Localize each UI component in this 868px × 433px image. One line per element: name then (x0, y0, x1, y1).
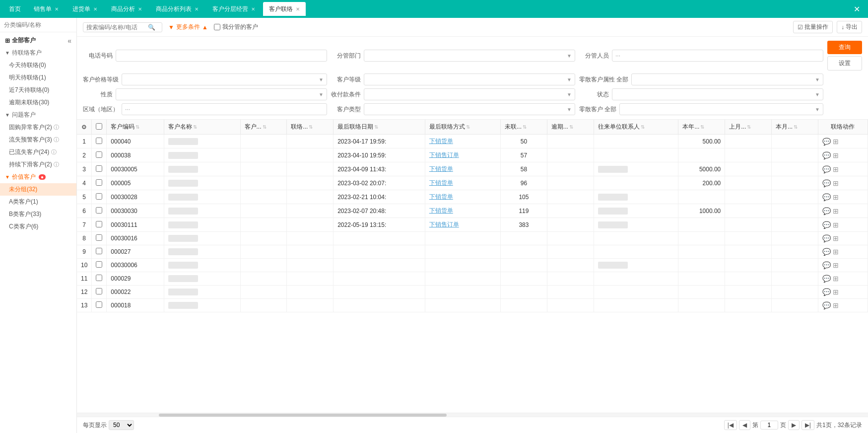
row-checkbox[interactable] (92, 286, 107, 299)
col-contact[interactable]: 联络...⇅ (287, 120, 334, 135)
sidebar-section-value[interactable]: ▼ 价值客户 ● (0, 171, 76, 183)
grid-action-icon[interactable]: ⊞ (833, 261, 839, 269)
row-checkbox[interactable] (92, 135, 107, 148)
horizontal-scrollbar[interactable] (77, 413, 868, 417)
col-name[interactable]: 客户名称⇅ (164, 120, 240, 135)
export-button[interactable]: ↓ 导出 (837, 21, 862, 33)
next-page-button[interactable]: ▶ (788, 420, 800, 430)
select-dept[interactable]: ▼ (364, 50, 575, 62)
message-icon[interactable]: 💬 (822, 151, 831, 159)
first-page-button[interactable]: |◀ (724, 420, 737, 430)
col-type[interactable]: 客户...⇅ (240, 120, 287, 135)
close-product-analysis-list-tab[interactable]: ✕ (195, 6, 199, 12)
message-icon[interactable]: 💬 (822, 179, 831, 187)
close-customer-segment-tab[interactable]: ✕ (251, 6, 255, 12)
sidebar-item-overdue[interactable]: 逾期未联络(30) (0, 96, 76, 109)
query-button[interactable]: 查询 (827, 41, 862, 54)
close-purchase-tab[interactable]: ✕ (93, 6, 97, 12)
close-customer-contact-tab[interactable]: ✕ (296, 6, 300, 12)
row-checkbox[interactable] (92, 232, 107, 245)
input-region[interactable]: ··· (122, 103, 327, 115)
message-icon[interactable]: 💬 (822, 221, 831, 229)
reset-button[interactable]: 设置 (827, 56, 862, 71)
row-checkbox[interactable] (92, 176, 107, 190)
col-check[interactable] (92, 120, 107, 135)
sidebar-section-pending[interactable]: ▼ 待联络客户 (0, 47, 76, 59)
grid-action-icon[interactable]: ⊞ (833, 151, 839, 159)
row-checkbox[interactable] (92, 272, 107, 286)
select-status[interactable]: ▼ (612, 88, 823, 100)
message-icon[interactable]: 💬 (822, 193, 831, 201)
col-code[interactable]: 客户编码⇅ (107, 120, 164, 135)
settings-icon[interactable]: ⚙ (81, 124, 87, 131)
grid-action-icon[interactable]: ⊞ (833, 301, 839, 309)
sidebar-item-c-class[interactable]: C类客户(6) (0, 220, 76, 233)
row-checkbox[interactable] (92, 259, 107, 272)
filter-search-input[interactable] (86, 24, 146, 31)
col-company-contact[interactable]: 往来单位联系人⇅ (594, 120, 678, 135)
select-customer-level[interactable]: ▼ (364, 73, 575, 85)
filter-search-icon[interactable]: 🔍 (148, 24, 155, 31)
message-icon[interactable]: 💬 (822, 301, 831, 309)
sidebar-item-tomorrow[interactable]: 明天待联络(1) (0, 72, 76, 84)
message-icon[interactable]: 💬 (822, 138, 831, 145)
grid-action-icon[interactable]: ⊞ (833, 221, 839, 229)
tab-purchase[interactable]: 进货单 ✕ (67, 2, 103, 16)
all-customers-label[interactable]: 全部客户 (12, 36, 36, 45)
grid-action-icon[interactable]: ⊞ (833, 165, 839, 173)
input-phone[interactable] (116, 50, 327, 62)
col-this-month[interactable]: 本月...⇅ (772, 120, 818, 135)
row-checkbox[interactable] (92, 218, 107, 232)
sidebar-collapse-button[interactable]: « (67, 37, 71, 45)
message-icon[interactable]: 💬 (822, 288, 831, 296)
per-page-select[interactable]: 50 100 200 (109, 420, 134, 430)
close-product-analysis-tab[interactable]: ✕ (138, 6, 142, 12)
sidebar-item-b-class[interactable]: B类客户(33) (0, 208, 76, 220)
select-nature[interactable]: ▼ (116, 88, 327, 100)
sidebar-item-7days[interactable]: 近7天待联络(0) (0, 84, 76, 96)
message-icon[interactable]: 💬 (822, 248, 831, 256)
sidebar-item-a-class[interactable]: A类客户(1) (0, 196, 76, 208)
tab-customer-segment[interactable]: 客户分层经营 ✕ (206, 2, 261, 16)
filter-search-box[interactable]: 🔍 (83, 22, 162, 32)
select-price-level[interactable]: ▼ (122, 73, 327, 85)
sidebar-item-today[interactable]: 今天待联络(0) (0, 59, 76, 72)
col-this-year[interactable]: 本年...⇅ (678, 120, 725, 135)
grid-action-icon[interactable]: ⊞ (833, 193, 839, 201)
col-last-month[interactable]: 上月...⇅ (725, 120, 772, 135)
sidebar-section-problem[interactable]: ▼ 问题客户 (0, 109, 76, 121)
col-overdue[interactable]: 逾期...⇅ (547, 120, 594, 135)
select-customer-type[interactable]: ▼ (364, 103, 575, 115)
select-all-checkbox[interactable] (96, 123, 102, 130)
sidebar-search-input[interactable] (4, 21, 77, 28)
tab-sales[interactable]: 销售单 ✕ (28, 2, 65, 16)
grid-action-icon[interactable]: ⊞ (833, 207, 839, 215)
batch-ops-button[interactable]: ☑ 批量操作 (793, 21, 833, 33)
tab-product-analysis[interactable]: 商品分析 ✕ (105, 2, 148, 16)
my-customers-checkbox[interactable] (214, 24, 220, 30)
prev-page-button[interactable]: ◀ (739, 420, 750, 430)
grid-action-icon[interactable]: ⊞ (833, 138, 839, 145)
nav-home[interactable]: 首页 (4, 5, 26, 13)
grid-action-icon[interactable]: ⊞ (833, 234, 839, 242)
tab-customer-contact[interactable]: 客户联络 ✕ (263, 2, 306, 16)
sidebar-item-churned[interactable]: 已流失客户(24) ⓘ (0, 146, 76, 158)
page-number-input[interactable] (760, 421, 778, 430)
message-icon[interactable]: 💬 (822, 165, 831, 173)
close-window-button[interactable]: ✕ (850, 4, 864, 14)
sidebar-item-churn-warning[interactable]: 流失预警客户(3) ⓘ (0, 134, 76, 146)
col-no-contact[interactable]: 未联...⇅ (501, 120, 547, 135)
col-last-date[interactable]: 最后联络日期⇅ (334, 120, 425, 135)
grid-action-icon[interactable]: ⊞ (833, 275, 839, 283)
grid-action-icon[interactable]: ⊞ (833, 179, 839, 187)
tab-product-analysis-list[interactable]: 商品分析列表 ✕ (150, 2, 204, 16)
col-settings[interactable]: ⚙ (77, 120, 92, 135)
message-icon[interactable]: 💬 (822, 207, 831, 215)
input-person[interactable]: ··· (612, 50, 823, 62)
message-icon[interactable]: 💬 (822, 234, 831, 242)
sidebar-item-declining[interactable]: 持续下滑客户(2) ⓘ (0, 158, 76, 171)
select-retail[interactable]: ▼ (619, 103, 823, 115)
sidebar-item-abnormal[interactable]: 固购异常客户(2) ⓘ (0, 121, 76, 134)
row-checkbox[interactable] (92, 299, 107, 312)
my-customers-filter[interactable]: 我分管的客户 (214, 23, 258, 31)
